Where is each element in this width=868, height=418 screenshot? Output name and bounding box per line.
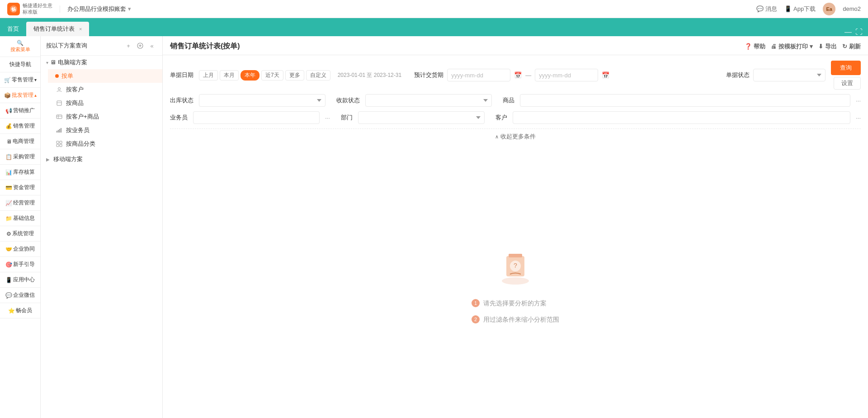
salesman-more-btn[interactable]: ··· xyxy=(325,114,330,121)
tree-item-by-category[interactable]: 按商品分类 xyxy=(48,137,162,151)
message-btn[interactable]: 💬 消息 xyxy=(756,5,777,13)
newbie-icon: 🎯 xyxy=(5,261,12,268)
tree-children-pc: 按单 按客户 按商品 xyxy=(41,69,162,151)
app-download-btn[interactable]: 📱 App下载 xyxy=(784,5,816,13)
sidebar-item-wholesale[interactable]: 📦 批发管理 ▴ xyxy=(0,88,40,103)
svg-rect-17 xyxy=(57,144,59,147)
refresh-btn[interactable]: ↻ 刷新 xyxy=(842,43,861,51)
sidebar-item-marketing[interactable]: 📢 营销推广 xyxy=(0,103,40,119)
export-btn[interactable]: ⬇ 导出 xyxy=(818,43,837,51)
sidebar-item-enterprise[interactable]: 🤝 企业协同 xyxy=(0,242,40,257)
pc-section-label: 🖥 电脑端方案 xyxy=(50,58,87,66)
sidebar-item-operation[interactable]: 📈 经营管理 xyxy=(0,195,40,211)
pc-icon: 🖥 xyxy=(50,59,56,66)
tree-expand-icon: ▾ xyxy=(46,60,48,65)
empty-tip-1: 1 请先选择要分析的方案 xyxy=(472,297,559,309)
customer-more-btn[interactable]: ··· xyxy=(856,114,861,121)
help-btn[interactable]: ❓ 帮助 xyxy=(745,43,765,51)
sales-icon: 💰 xyxy=(5,123,12,129)
sidebar-item-basic[interactable]: 📁 基础信息 xyxy=(0,211,40,226)
page-subtitle[interactable]: 办公用品行业模拟账套 ▾ xyxy=(67,5,131,13)
sidebar-item-inventory[interactable]: 📊 库存核算 xyxy=(0,165,40,180)
svg-rect-6 xyxy=(57,101,61,105)
right-panel-title-row: 销售订单统计表(按单) ❓ 帮助 🖨 按模板打印 ▾ ⬇ xyxy=(170,42,861,51)
out-status-select[interactable] xyxy=(199,94,326,107)
sidebar-item-sales[interactable]: 💰 销售管理 xyxy=(0,119,40,134)
expected-date-to[interactable] xyxy=(535,69,598,81)
right-panel: 销售订单统计表(按单) ❓ 帮助 🖨 按模板打印 ▾ ⬇ xyxy=(163,36,868,418)
mobile-section-label: 移动端方案 xyxy=(53,155,83,163)
appstore-icon: 📱 xyxy=(5,277,12,283)
tab-home[interactable]: 首页 xyxy=(0,22,26,36)
date-btn-more[interactable]: 更多 xyxy=(285,70,304,81)
bill-date-label: 单据日期 xyxy=(170,71,193,79)
refresh-icon: ↻ xyxy=(842,43,847,50)
tree-item-by-order[interactable]: 按单 xyxy=(48,69,162,83)
setting-button[interactable]: 设置 xyxy=(834,77,861,90)
sidebar-nav[interactable]: 快捷导航 xyxy=(0,57,40,72)
date-btn-custom[interactable]: 自定义 xyxy=(306,70,330,81)
calendar-icon-from[interactable]: 📅 xyxy=(514,71,522,79)
expected-date-from[interactable] xyxy=(447,69,510,81)
retail-icon: 🛒 xyxy=(4,77,11,83)
customer-input[interactable] xyxy=(513,111,850,124)
sidebar-item-wechat[interactable]: 💬 企业微信 xyxy=(0,288,40,303)
date-btn-last-month[interactable]: 上月 xyxy=(199,70,218,81)
tab-active[interactable]: 销售订单统计表 × xyxy=(26,22,89,36)
sidebar-item-ecommerce[interactable]: 🖥 电商管理 xyxy=(0,134,40,149)
logo-area: 畅 畅捷通好生意 标准版 xyxy=(7,3,52,15)
tree-item-by-cust-prod[interactable]: 按客户+商品 xyxy=(48,110,162,124)
empty-tips: 1 请先选择要分析的方案 2 用过滤条件来缩小分析范围 xyxy=(472,297,559,326)
main-layout: 🔍 搜索菜单 快捷导航 🛒 零售管理 ▾ 📦 批发管理 ▴ 📢 营销推广 💰 销… xyxy=(0,36,868,418)
svg-point-19 xyxy=(502,277,529,285)
tab-close-icon[interactable]: × xyxy=(79,26,82,32)
username[interactable]: demo2 xyxy=(843,5,861,12)
sidebar-item-appstore[interactable]: 📱 应用中心 xyxy=(0,272,40,288)
add-scheme-btn[interactable]: + xyxy=(123,41,133,51)
collapse-panel-btn[interactable]: « xyxy=(147,41,157,51)
chevron-up-icon: ▴ xyxy=(34,93,37,98)
tree-item-by-salesman[interactable]: 按业务员 xyxy=(48,124,162,137)
sidebar-item-newbie[interactable]: 🎯 新手引导 xyxy=(0,257,40,272)
sidebar: 🔍 搜索菜单 快捷导航 🛒 零售管理 ▾ 📦 批发管理 ▴ 📢 营销推广 💰 销… xyxy=(0,36,41,418)
sidebar-search[interactable]: 🔍 搜索菜单 xyxy=(0,36,40,57)
date-btn-this-month[interactable]: 本月 xyxy=(220,70,239,81)
query-button[interactable]: 查询 xyxy=(831,61,861,75)
edit-scheme-btn[interactable] xyxy=(135,41,145,51)
top-bar-left: 畅 畅捷通好生意 标准版 办公用品行业模拟账套 ▾ xyxy=(7,3,131,15)
dept-select[interactable] xyxy=(358,111,485,124)
minimize-btn[interactable]: — xyxy=(844,28,852,36)
receipt-status-select[interactable] xyxy=(365,94,492,107)
purchase-icon: 📋 xyxy=(5,154,12,160)
sidebar-item-retail[interactable]: 🛒 零售管理 ▾ xyxy=(0,72,40,88)
expected-date-group: 预计交货期 📅 — 📅 xyxy=(414,69,713,81)
sidebar-item-member[interactable]: ⭐ 畅会员 xyxy=(0,303,40,318)
collapse-btn[interactable]: ∧ 收起更多条件 xyxy=(495,133,536,141)
date-btn-7days[interactable]: 近7天 xyxy=(261,70,283,81)
svg-rect-16 xyxy=(60,141,62,143)
bill-status-select[interactable] xyxy=(753,69,826,81)
customer-label: 客户 xyxy=(495,114,507,122)
tree-item-by-customer[interactable]: 按客户 xyxy=(48,83,162,96)
svg-rect-11 xyxy=(57,131,57,133)
tree-section-pc[interactable]: ▾ 🖥 电脑端方案 xyxy=(41,56,162,69)
calendar-icon-to[interactable]: 📅 xyxy=(602,71,609,79)
maximize-btn[interactable]: ⛶ xyxy=(855,28,863,36)
date-btn-this-year[interactable]: 本年 xyxy=(241,70,259,81)
print-btn[interactable]: 🖨 按模板打印 ▾ xyxy=(771,43,813,51)
left-panel-actions: + « xyxy=(123,41,157,51)
tree-section-mobile[interactable]: ▶ 移动端方案 xyxy=(41,152,162,166)
tree-item-by-product[interactable]: 按商品 xyxy=(48,96,162,110)
product-more-btn[interactable]: ··· xyxy=(856,97,861,104)
top-bar: 畅 畅捷通好生意 标准版 办公用品行业模拟账套 ▾ 💬 消息 📱 App下载 E… xyxy=(0,0,868,18)
print-icon: 🖨 xyxy=(771,43,777,50)
product-input[interactable] xyxy=(520,94,850,107)
sidebar-item-finance[interactable]: 💳 资金管理 xyxy=(0,180,40,195)
salesman-tree-icon xyxy=(55,126,63,134)
sidebar-item-system[interactable]: ⚙ 系统管理 xyxy=(0,226,40,242)
salesman-input[interactable] xyxy=(193,111,320,124)
avatar[interactable]: Ea xyxy=(823,3,835,15)
logo-text: 畅捷通好生意 标准版 xyxy=(23,3,52,14)
sidebar-item-purchase[interactable]: 📋 采购管理 xyxy=(0,149,40,165)
svg-text:?: ? xyxy=(514,262,517,269)
